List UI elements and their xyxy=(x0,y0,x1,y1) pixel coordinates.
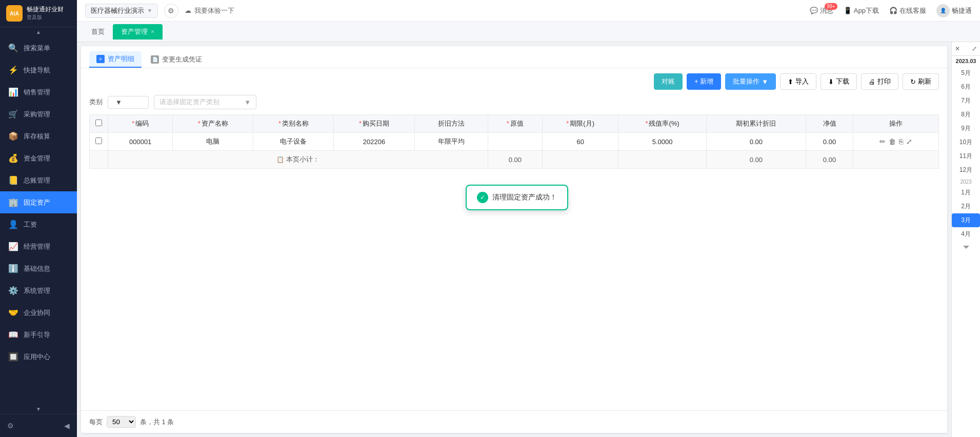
tabbar: 首页 资产管理 × xyxy=(77,22,980,42)
col-actions: 操作 xyxy=(889,120,903,127)
tab-close-icon[interactable]: × xyxy=(151,28,154,35)
cal-month-1[interactable]: 1月 xyxy=(952,186,980,200)
sidebar-item-guide[interactable]: 📖 新手引导 xyxy=(0,324,77,346)
cal-month-4[interactable]: 4月 xyxy=(952,227,980,241)
cal-month-3-current[interactable]: 3月 xyxy=(952,213,980,227)
message-button[interactable]: 💬 消息 99+ xyxy=(810,6,833,15)
tab-asset-management[interactable]: 资产管理 × xyxy=(113,24,163,39)
import-label: 导入 xyxy=(795,77,809,86)
category-dropdown-input[interactable]: 请选择固定资产类别 ▼ xyxy=(154,95,256,109)
edit-icon[interactable]: ✏ xyxy=(879,137,886,146)
chevron-down-icon: ▼ xyxy=(147,8,152,13)
sidebar-item-cooperation[interactable]: 🤝 企业协同 xyxy=(0,302,77,324)
sidebar-item-fixed-assets[interactable]: 🏢 固定资产 xyxy=(0,191,77,213)
app-logo-icon: AtA xyxy=(6,5,23,22)
user-info[interactable]: 👤 畅捷通 xyxy=(936,4,972,17)
sub-tab-voucher-gen[interactable]: 📄 变更生成凭证 xyxy=(144,51,209,68)
cal-month-6[interactable]: 6月 xyxy=(952,80,980,94)
cell-purchase-date: 202206 xyxy=(334,133,414,151)
row-checkbox[interactable] xyxy=(95,137,102,144)
expand-icon[interactable]: ⤢ xyxy=(906,137,912,146)
cal-month-10[interactable]: 10月 xyxy=(952,135,980,149)
toast-check-icon: ✓ xyxy=(477,192,488,203)
print-button[interactable]: 🖨 打印 xyxy=(861,73,898,90)
refresh-icon: ↻ xyxy=(910,78,916,86)
topbar-right: 💬 消息 99+ 📱 App下载 🎧 在线客服 👤 畅捷通 xyxy=(810,4,972,17)
sidebar-item-purchase[interactable]: 🛒 采购管理 xyxy=(0,103,77,125)
cal-month-8[interactable]: 8月 xyxy=(952,108,980,122)
download-button[interactable]: ⬇ 下载 xyxy=(821,73,857,90)
company-settings-icon[interactable]: ⚙ xyxy=(164,4,178,18)
cal-month-5[interactable]: 5月 xyxy=(952,66,980,80)
panel-close-icon[interactable]: ✕ xyxy=(954,44,961,53)
sidebar-item-fixed-assets-label: 固定资产 xyxy=(24,198,50,207)
new-button[interactable]: + 新增 xyxy=(687,73,721,90)
copy-icon[interactable]: ⎘ xyxy=(899,137,903,146)
sidebar-scroll-down[interactable]: ▼ xyxy=(0,404,77,414)
subtotal-accumulated: 0.00 xyxy=(706,151,806,169)
print-icon: 🖨 xyxy=(869,78,875,86)
filter-area: 类别 ▼ 请选择固定资产类别 ▼ xyxy=(81,95,947,114)
sidebar-scroll-up[interactable]: ▲ xyxy=(0,27,77,37)
col-depreciation: 折旧方法 xyxy=(438,120,465,127)
user-avatar: 👤 xyxy=(936,4,950,17)
sidebar-item-operations[interactable]: 📈 经营管理 xyxy=(0,235,77,257)
content-area: ≡ 资产明细 📄 变更生成凭证 对账 + 新增 xyxy=(77,42,980,437)
settings-icon[interactable]: ⚙ xyxy=(5,420,16,432)
service-icon: 🎧 xyxy=(889,7,897,14)
sidebar-item-payroll[interactable]: 👤 工资 xyxy=(0,213,77,235)
per-page-select[interactable]: 50 100 200 xyxy=(107,416,136,428)
cal-month-7[interactable]: 7月 xyxy=(952,94,980,108)
experience-link[interactable]: ☁ 我要体验一下 xyxy=(185,6,234,15)
voucher-gen-tab-label: 变更生成凭证 xyxy=(162,55,202,64)
sub-tab-asset-list[interactable]: ≡ 资产明细 xyxy=(89,51,142,68)
batch-ops-button[interactable]: 批量操作 ▼ xyxy=(725,73,776,90)
search-icon: 🔍 xyxy=(8,43,18,53)
category-filter-label: 类别 xyxy=(89,97,103,107)
cal-month-12[interactable]: 12月 xyxy=(952,163,980,177)
cal-month-9[interactable]: 9月 xyxy=(952,122,980,135)
toolbar-right: 对账 + 新增 批量操作 ▼ ⬆ 导入 ⬇ 下载 xyxy=(654,73,939,90)
per-page-label: 每页 xyxy=(89,418,103,427)
import-button[interactable]: ⬆ 导入 xyxy=(780,73,816,90)
category-select[interactable]: ▼ xyxy=(108,96,149,109)
calendar-down-arrow[interactable] xyxy=(952,241,980,255)
online-service-button[interactable]: 🎧 在线客服 xyxy=(889,6,926,15)
sidebar-item-app-center[interactable]: 🔲 应用中心 xyxy=(0,346,77,368)
select-all-checkbox[interactable] xyxy=(95,120,102,126)
sidebar-logo: AtA 畅捷通好业财 普及版 xyxy=(0,0,77,27)
sidebar-item-system-label: 系统管理 xyxy=(24,286,50,295)
year-2023-label: 2023 xyxy=(952,177,980,186)
sidebar-item-search[interactable]: 🔍 搜索菜单 xyxy=(0,37,77,59)
sidebar-item-inventory[interactable]: 📦 库存核算 xyxy=(0,125,77,147)
table-row: 000001 电脑 电子设备 202206 年限平均 60 5.0000 0.0… xyxy=(90,133,939,151)
subtotal-net: 0.00 xyxy=(806,151,853,169)
sidebar-item-ledger[interactable]: 📒 总账管理 xyxy=(0,169,77,191)
basic-info-icon: ℹ️ xyxy=(8,264,18,273)
pagination: 每页 50 100 200 条，共 1 条 xyxy=(81,410,947,433)
quicknav-icon: ⚡ xyxy=(8,65,18,75)
download-icon: 📱 xyxy=(844,7,852,14)
sidebar-item-quicknav[interactable]: ⚡ 快捷导航 xyxy=(0,59,77,81)
app-download-label: App下载 xyxy=(854,6,879,15)
app-center-icon: 🔲 xyxy=(8,352,18,362)
cell-original-value xyxy=(488,133,542,151)
tab-home[interactable]: 首页 xyxy=(85,24,111,39)
account-button[interactable]: 对账 xyxy=(654,73,683,90)
collapse-icon[interactable]: ◀ xyxy=(62,420,72,432)
cal-month-11[interactable]: 11月 xyxy=(952,149,980,163)
sidebar-item-sales[interactable]: 📊 销售管理 xyxy=(0,81,77,103)
delete-icon[interactable]: 🗑 xyxy=(889,137,896,146)
main-area: 医疗器械行业演示 ▼ ⚙ ☁ 我要体验一下 💬 消息 99+ 📱 App下载 🎧… xyxy=(77,0,980,437)
panel-expand-icon[interactable]: ⤢ xyxy=(971,44,978,53)
col-purchase-date: 购买日期 xyxy=(363,120,389,127)
cell-category: 电子设备 xyxy=(253,133,334,151)
sidebar-item-basic-info[interactable]: ℹ️ 基础信息 xyxy=(0,257,77,280)
sidebar-item-system[interactable]: ⚙️ 系统管理 xyxy=(0,280,77,302)
refresh-button[interactable]: ↻ 刷新 xyxy=(903,73,939,90)
app-download-button[interactable]: 📱 App下载 xyxy=(844,6,879,15)
online-service-label: 在线客服 xyxy=(899,6,926,15)
company-selector[interactable]: 医疗器械行业演示 ▼ xyxy=(85,4,158,18)
sidebar-item-funds[interactable]: 💰 资金管理 xyxy=(0,147,77,169)
cal-month-2[interactable]: 2月 xyxy=(952,200,980,213)
